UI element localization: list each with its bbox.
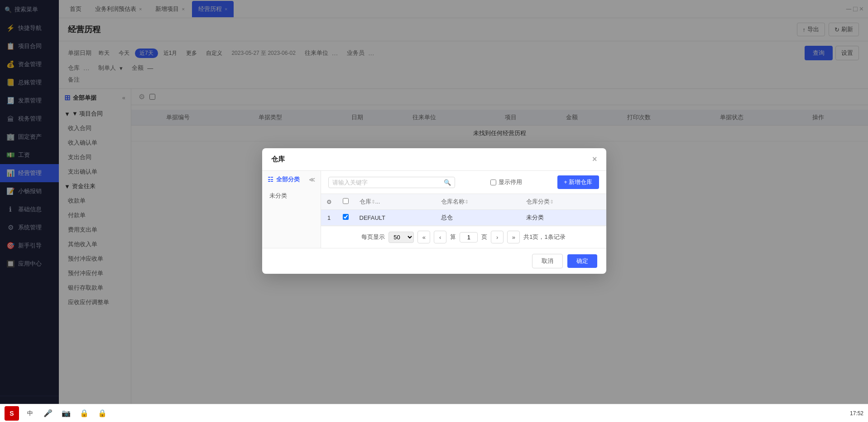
row-check[interactable] [337, 210, 354, 226]
taskbar-app-ime[interactable]: 中 [23, 406, 37, 421]
row-checkbox[interactable] [343, 214, 349, 220]
add-warehouse-button[interactable]: + 新增仓库 [557, 175, 599, 189]
taskbar-app-s[interactable]: S [5, 406, 19, 421]
modal-pagination: 每页显示 50 10 20 100 « ‹ 算 页 › » 共1页，1条记录 [321, 226, 606, 248]
show-disabled-checkbox-label[interactable]: 显示停用 [490, 178, 522, 186]
col-warehouse-name[interactable]: 仓库名称⇕ [436, 194, 521, 210]
pagination-next-button[interactable]: › [491, 231, 504, 243]
pagination-page-input[interactable] [460, 232, 478, 243]
table-row[interactable]: 1 DEFAULT 总仓 未分类 [321, 210, 606, 226]
modal-table: ⚙ 仓库⇕... 仓库名称⇕ [321, 194, 606, 226]
modal-table-header-row: ⚙ 仓库⇕... 仓库名称⇕ [321, 194, 606, 210]
modal-sidebar-collapse-button[interactable]: ≪ [309, 176, 315, 183]
show-disabled-label: 显示停用 [499, 178, 522, 186]
taskbar-app-extra[interactable]: 🔒 [95, 406, 110, 421]
cancel-button[interactable]: 取消 [532, 254, 563, 268]
show-disabled-checkbox[interactable] [490, 179, 496, 185]
col-warehouse-category[interactable]: 仓库分类⇕ [521, 194, 606, 210]
row-warehouse-name: 总仓 [436, 210, 521, 226]
modal-search-icon: 🔍 [444, 179, 451, 186]
pagination-total: 共1页，1条记录 [523, 233, 565, 241]
taskbar-app-mic[interactable]: 🎤 [41, 406, 55, 421]
modal-title: 仓库 [271, 155, 285, 164]
col-check [337, 194, 354, 210]
modal-sidebar: ☷ 全部分类 ≪ 未分类 [262, 171, 321, 248]
row-warehouse-category: 未分类 [521, 210, 606, 226]
col-settings: ⚙ [321, 194, 337, 210]
taskbar-time: 17:52 [850, 410, 863, 417]
modal-overlay: 仓库 × ☷ 全部分类 ≪ 未分类 🔍 [0, 0, 868, 422]
confirm-button[interactable]: 确定 [567, 254, 597, 268]
pagination-prev-button[interactable]: ‹ [434, 231, 446, 243]
modal-search-input[interactable] [332, 179, 441, 186]
modal-search-box[interactable]: 🔍 [328, 177, 455, 188]
col-warehouse-code[interactable]: 仓库⇕... [354, 194, 436, 210]
pagination-first-button[interactable]: « [417, 231, 430, 243]
row-warehouse-code: DEFAULT [354, 210, 436, 226]
modal-body: ☷ 全部分类 ≪ 未分类 🔍 显示停用 [262, 171, 606, 248]
pagination-page-label: 算 [450, 233, 456, 241]
modal-all-category-label: 全部分类 [276, 175, 300, 184]
taskbar-app-lock[interactable]: 🔒 [77, 406, 91, 421]
per-page-label: 每页显示 [361, 233, 385, 241]
pagination-page-unit: 页 [481, 233, 487, 241]
modal-sidebar-scroll: 未分类 [262, 188, 321, 248]
modal-header: 仓库 × [262, 148, 606, 171]
modal-toolbar: 🔍 显示停用 + 新增仓库 [321, 171, 606, 194]
per-page-select[interactable]: 50 10 20 100 [388, 232, 414, 243]
taskbar: S 中 🎤 📷 🔒 🔒 17:52 [0, 404, 868, 422]
select-all-checkbox[interactable] [343, 198, 349, 204]
modal-sidebar-item-uncategorized[interactable]: 未分类 [262, 188, 321, 204]
modal-main: 🔍 显示停用 + 新增仓库 ⚙ [321, 171, 606, 248]
pagination-last-button[interactable]: » [507, 231, 520, 243]
modal-actions: 取消 确定 [262, 248, 606, 274]
row-settings: 1 [321, 210, 337, 226]
modal-close-button[interactable]: × [592, 155, 597, 164]
modal-sidebar-header[interactable]: ☷ 全部分类 ≪ [262, 171, 321, 188]
taskbar-app-camera[interactable]: 📷 [59, 406, 73, 421]
warehouse-modal: 仓库 × ☷ 全部分类 ≪ 未分类 🔍 [262, 148, 606, 274]
